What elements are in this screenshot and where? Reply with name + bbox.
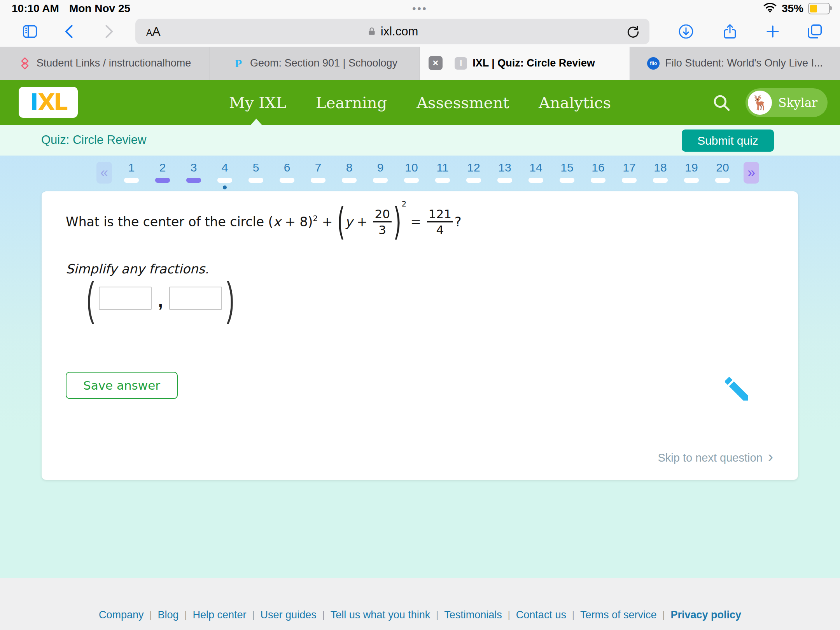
question-progress-bar — [155, 178, 170, 183]
question-number-label: 1 — [128, 161, 135, 174]
question-number-19[interactable]: 19 — [676, 161, 707, 189]
page-footer: Company|Blog|Help center|User guides|Tel… — [0, 578, 840, 630]
tab-bar: Student Links / instructionalhome P Geom… — [0, 47, 840, 80]
question-number-label: 3 — [191, 161, 197, 174]
question-progress-bar — [622, 178, 637, 183]
tab-title: IXL | Quiz: Circle Review — [472, 57, 595, 69]
question-number-label: 16 — [592, 161, 604, 174]
tab-title: Geom: Section 901 | Schoology — [250, 57, 397, 69]
question-progress-bar — [404, 178, 419, 183]
close-tab-icon[interactable]: ✕ — [429, 56, 443, 70]
question-number-1[interactable]: 1 — [116, 161, 147, 189]
share-icon[interactable] — [719, 20, 741, 43]
question-number-label: 4 — [222, 161, 228, 174]
question-progress-bar — [715, 178, 730, 183]
download-icon[interactable] — [675, 20, 697, 43]
answer-open-paren: ( — [87, 280, 94, 317]
question-number-10[interactable]: 10 — [396, 161, 427, 189]
question-number-4[interactable]: 4 — [209, 161, 240, 189]
question-number-14[interactable]: 14 — [520, 161, 551, 189]
footer-separator: | — [322, 610, 325, 620]
user-menu[interactable]: 🦌 Skylar — [746, 88, 828, 117]
tabs-overview-icon[interactable] — [803, 20, 826, 43]
sidebar-icon[interactable] — [19, 20, 41, 43]
question-number-20[interactable]: 20 — [707, 161, 738, 189]
save-answer-button[interactable]: Save answer — [66, 372, 178, 399]
question-number-7[interactable]: 7 — [303, 161, 334, 189]
forward-icon[interactable] — [97, 20, 120, 43]
new-tab-icon[interactable] — [761, 20, 784, 43]
question-number-label: 15 — [560, 161, 573, 174]
question-number-17[interactable]: 17 — [614, 161, 645, 189]
footer-link-tell-us-what-you-think[interactable]: Tell us what you think — [331, 609, 430, 621]
footer-separator: | — [572, 610, 574, 620]
avatar: 🦌 — [748, 91, 772, 115]
question-number-13[interactable]: 13 — [489, 161, 520, 189]
question-number-8[interactable]: 8 — [334, 161, 365, 189]
browser-toolbar: AA ixl.com — [0, 17, 840, 47]
question-progress-bar — [653, 178, 668, 183]
wifi-icon — [763, 2, 777, 16]
skip-to-next-question-link[interactable]: Skip to next question › — [658, 451, 773, 464]
question-progress-bar — [342, 178, 357, 183]
question-number-11[interactable]: 11 — [427, 161, 458, 189]
user-name: Skylar — [778, 96, 817, 110]
active-nav-pointer — [250, 119, 262, 125]
question-progress-bar — [466, 178, 481, 183]
footer-link-privacy-policy[interactable]: Privacy policy — [670, 609, 741, 621]
nav-analytics[interactable]: Analytics — [539, 94, 611, 112]
answer-close-paren: ) — [227, 280, 234, 317]
question-number-3[interactable]: 3 — [178, 161, 209, 189]
question-number-5[interactable]: 5 — [240, 161, 271, 189]
footer-link-help-center[interactable]: Help center — [193, 609, 247, 621]
footer-link-terms-of-service[interactable]: Terms of service — [580, 609, 657, 621]
nav-my-ixl[interactable]: My IXL — [229, 94, 286, 112]
question-number-9[interactable]: 9 — [365, 161, 396, 189]
question-number-label: 14 — [529, 161, 542, 174]
question-number-16[interactable]: 16 — [583, 161, 614, 189]
question-progress-bar — [435, 178, 450, 183]
prev-questions-icon[interactable]: « — [96, 162, 112, 184]
question-number-label: 9 — [377, 161, 384, 174]
answer-x-input[interactable] — [99, 287, 152, 310]
reload-icon[interactable] — [625, 23, 642, 40]
tab-schoology[interactable]: P Geom: Section 901 | Schoology — [210, 47, 420, 80]
question-number-15[interactable]: 15 — [551, 161, 583, 189]
question-progress-bar — [497, 178, 512, 183]
question-number-2[interactable]: 2 — [147, 161, 178, 189]
footer-link-contact-us[interactable]: Contact us — [516, 609, 566, 621]
tab-filo-student[interactable]: filo Filo Student: World's Only Live I..… — [630, 47, 840, 80]
question-number-label: 18 — [654, 161, 667, 174]
submit-quiz-button[interactable]: Submit quiz — [682, 130, 774, 152]
back-icon[interactable] — [58, 20, 81, 43]
question-number-label: 17 — [623, 161, 635, 174]
nav-learning[interactable]: Learning — [316, 94, 387, 112]
footer-link-company[interactable]: Company — [99, 609, 144, 621]
answer-area: ( , ) — [88, 280, 233, 317]
footer-link-user-guides[interactable]: User guides — [261, 609, 317, 621]
question-progress-bar — [248, 178, 263, 183]
question-number-label: 19 — [685, 161, 698, 174]
search-icon[interactable] — [712, 93, 731, 112]
answer-y-input[interactable] — [169, 287, 222, 310]
address-bar[interactable]: AA ixl.com — [135, 19, 649, 44]
tab-ixl-quiz-active[interactable]: ✕ I IXL | Quiz: Circle Review — [420, 47, 630, 80]
question-progress-bar — [124, 178, 139, 183]
tab-student-links[interactable]: Student Links / instructionalhome — [0, 47, 210, 80]
question-number-18[interactable]: 18 — [645, 161, 676, 189]
question-number-label: 2 — [159, 161, 166, 174]
nav-assessment[interactable]: Assessment — [416, 94, 509, 112]
question-number-label: 11 — [436, 161, 448, 174]
footer-link-blog[interactable]: Blog — [158, 609, 179, 621]
footer-links: Company|Blog|Help center|User guides|Tel… — [99, 609, 741, 621]
ixl-header: IXL My IXL Learning Assessment Analytics… — [0, 80, 840, 125]
battery-percent: 35% — [782, 2, 803, 15]
footer-link-testimonials[interactable]: Testimonials — [444, 609, 502, 621]
pencil-icon[interactable] — [721, 373, 752, 404]
question-number-list: 1234567891011121314151617181920 — [116, 161, 738, 189]
main-area: « 1234567891011121314151617181920 » What… — [0, 156, 840, 578]
filo-icon: filo — [647, 57, 660, 70]
next-questions-icon[interactable]: » — [744, 162, 759, 184]
question-number-12[interactable]: 12 — [458, 161, 489, 189]
question-number-6[interactable]: 6 — [271, 161, 303, 189]
